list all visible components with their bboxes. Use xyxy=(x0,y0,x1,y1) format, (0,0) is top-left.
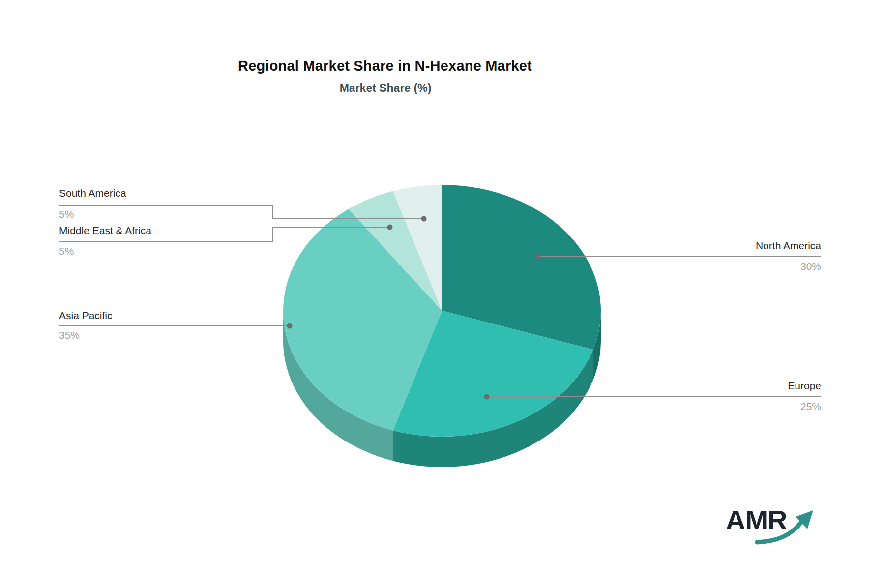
amr-logo: AMR xyxy=(726,506,824,551)
slice-label-europe: Europe xyxy=(615,380,821,391)
callout-dot-europe xyxy=(484,394,490,400)
pie-chart xyxy=(0,0,885,588)
slice-pct-south-america: 5% xyxy=(59,208,74,220)
slice-label-south-america: South America xyxy=(59,187,126,199)
slice-pct-north-america: 30% xyxy=(615,261,821,272)
chart-canvas: Regional Market Share in N-Hexane Market… xyxy=(0,0,885,588)
callout-dot-middle-east-africa xyxy=(387,225,393,230)
slice-pct-europe: 25% xyxy=(615,401,821,412)
amr-logo-arrow-icon xyxy=(726,506,824,551)
callout-dot-south-america xyxy=(421,216,427,222)
slice-label-asia-pacific: Asia Pacific xyxy=(59,310,113,321)
slice-pct-middle-east-africa: 5% xyxy=(59,245,74,257)
callout-dot-asia-pacific xyxy=(287,323,293,329)
callout-dot-north-america xyxy=(535,254,541,260)
slice-label-north-america: North America xyxy=(615,240,821,251)
slice-pct-asia-pacific: 35% xyxy=(59,329,80,341)
slice-label-middle-east-africa: Middle East & Africa xyxy=(59,225,151,236)
